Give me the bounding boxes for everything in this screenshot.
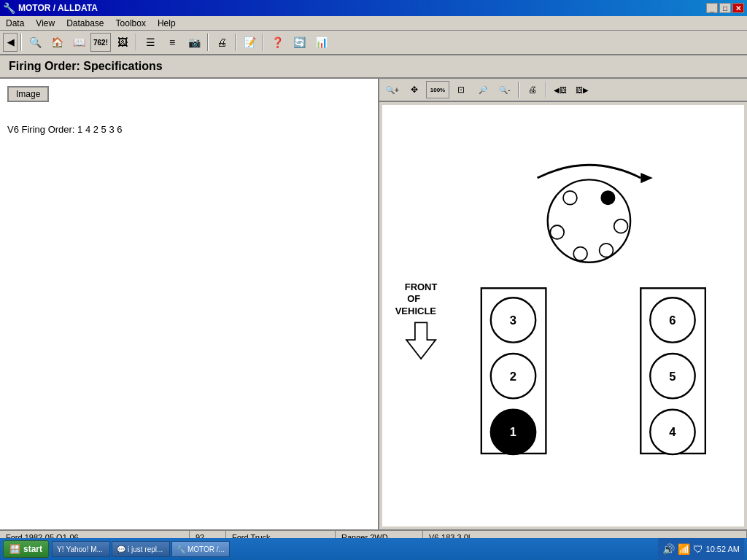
main-toolbar: ◀ 🔍 🏠 📖 762! 🖼 ☰ ≡ 📷 🖨 📝 ❓ 🔄 📊 [0, 31, 747, 55]
front-arrow [406, 322, 436, 359]
save-next-button[interactable]: 🖼▶ [572, 81, 592, 98]
dist-dot-6 [550, 225, 564, 239]
yahoo-icon: Y! [57, 545, 63, 553]
zoom-in-button[interactable]: 🔍+ [382, 81, 403, 98]
taskbar-chat[interactable]: 💬 i just repl... [112, 541, 170, 557]
menu-bar: Data View Database Toolbox Help [0, 16, 747, 31]
taskbar-motor[interactable]: 🔧 MOTOR /... [171, 541, 230, 557]
cylinder-4-label: 4 [669, 425, 676, 439]
motor-icon: 🔧 [177, 545, 185, 553]
page-header: Firing Order: Specifications [0, 55, 747, 79]
cylinder-5-label: 5 [669, 370, 676, 384]
main-content: Image V6 Firing Order: 1 4 2 5 3 6 🔍+ ✥ … [0, 79, 747, 529]
dist-dot-4 [600, 244, 614, 257]
front-label-1: FRONT [405, 281, 438, 292]
counter-button[interactable]: 762! [90, 33, 111, 52]
cylinder-2-label: 2 [510, 370, 516, 384]
start-button[interactable]: 🪟 start [3, 540, 49, 558]
cylinder-3-label: 3 [510, 314, 516, 327]
dist-dot-3 [614, 219, 628, 233]
cylinder-6-label: 6 [669, 314, 676, 327]
refresh-button[interactable]: 🔄 [289, 33, 309, 52]
window-controls: _ □ ✕ [706, 3, 744, 13]
print-button[interactable]: 🖨 [212, 33, 232, 52]
list-button[interactable]: ☰ [140, 33, 160, 52]
maximize-button[interactable]: □ [719, 3, 731, 13]
windows-icon: 🪟 [9, 544, 20, 554]
svg-marker-0 [640, 173, 653, 183]
left-panel: Image V6 Firing Order: 1 4 2 5 3 6 [0, 79, 379, 529]
zoom-fit-button[interactable]: ⊡ [451, 81, 471, 98]
menu-view[interactable]: View [30, 17, 61, 30]
diagram-area: FRONT OF VEHICLE 3 2 1 [382, 105, 744, 526]
zoom-out-button[interactable]: 🔍- [495, 81, 515, 98]
save-prev-button[interactable]: ◀🖼 [550, 81, 570, 98]
app-icon: 🔧 [3, 2, 15, 14]
system-tray: 🔊 📶 🛡 [662, 543, 703, 555]
dist-dot-5 [573, 247, 587, 261]
front-label-2: OF [407, 293, 420, 304]
extra-button[interactable]: 📊 [311, 33, 331, 52]
minimize-button[interactable]: _ [706, 3, 718, 13]
image-button[interactable]: Image [7, 86, 49, 102]
taskbar-right: 🔊 📶 🛡 10:52 AM [658, 538, 744, 560]
back-button[interactable]: ◀ [3, 33, 18, 52]
note-button[interactable]: 📝 [239, 33, 260, 52]
cylinder-1-label: 1 [510, 425, 516, 439]
print-diagram-button[interactable]: 🖨 [522, 81, 543, 98]
firing-order-diagram: FRONT OF VEHICLE 3 2 1 [382, 105, 744, 526]
bookmark-button[interactable]: 📖 [69, 33, 89, 52]
dist-dot-1 [601, 191, 615, 205]
zoom-region-button[interactable]: 🔎 [473, 81, 493, 98]
taskbar-items: Y! Yahoo! M... 💬 i just repl... 🔧 MOTOR … [52, 541, 230, 557]
view-toolbar: 🔍+ ✥ 100% ⊡ 🔎 🔍- 🖨 ◀🖼 🖼▶ [379, 79, 747, 102]
help-button[interactable]: ❓ [267, 33, 287, 52]
page-title: Firing Order: Specifications [9, 60, 163, 72]
search-button[interactable]: 🔍 [25, 33, 45, 52]
menu-help[interactable]: Help [152, 17, 182, 30]
clock: 10:52 AM [706, 545, 740, 553]
list2-button[interactable]: ≡ [162, 33, 182, 52]
camera-button[interactable]: 📷 [184, 33, 204, 52]
menu-toolbox[interactable]: Toolbox [110, 17, 152, 30]
chat-icon: 💬 [117, 545, 125, 553]
menu-database[interactable]: Database [61, 17, 109, 30]
image-button[interactable]: 🖼 [112, 33, 133, 52]
front-label-3: VEHICLE [395, 306, 437, 316]
taskbar-yahoo[interactable]: Y! Yahoo! M... [52, 541, 110, 557]
close-button[interactable]: ✕ [732, 3, 744, 13]
zoom-100-button[interactable]: 100% [426, 81, 449, 98]
pan-button[interactable]: ✥ [404, 81, 425, 98]
firing-order-text: V6 Firing Order: 1 4 2 5 3 6 [7, 124, 371, 135]
taskbar: 🪟 start Y! Yahoo! M... 💬 i just repl... … [0, 538, 747, 560]
app-title: MOTOR / ALLDATA [18, 3, 98, 13]
right-panel: 🔍+ ✥ 100% ⊡ 🔎 🔍- 🖨 ◀🖼 🖼▶ [379, 79, 747, 529]
title-bar: 🔧 MOTOR / ALLDATA _ □ ✕ [0, 0, 747, 16]
menu-data[interactable]: Data [0, 17, 30, 30]
home-button[interactable]: 🏠 [47, 33, 67, 52]
dist-dot-2 [563, 191, 577, 205]
